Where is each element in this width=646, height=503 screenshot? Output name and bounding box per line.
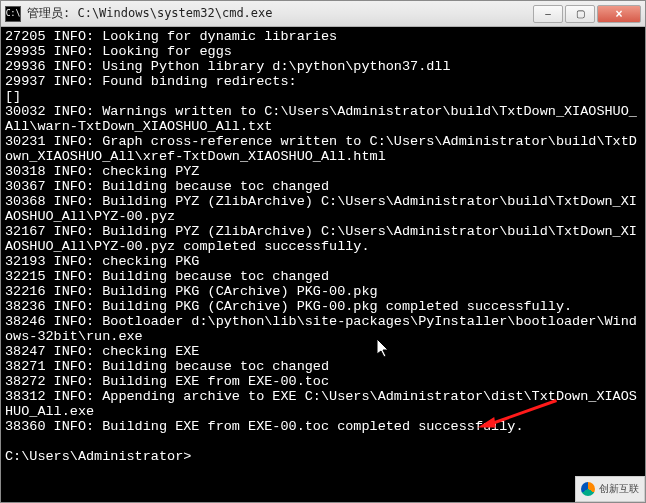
minimize-button[interactable]: – xyxy=(533,5,563,23)
terminal-line: 30367 INFO: Building because toc changed xyxy=(5,179,641,194)
watermark-text: 创新互联 xyxy=(599,482,639,496)
terminal-line: 30032 INFO: Warnings written to C:\Users… xyxy=(5,104,641,134)
close-button[interactable]: × xyxy=(597,5,641,23)
titlebar[interactable]: C:\ 管理员: C:\Windows\system32\cmd.exe – ▢… xyxy=(1,1,645,27)
maximize-button[interactable]: ▢ xyxy=(565,5,595,23)
terminal-line: 29935 INFO: Looking for eggs xyxy=(5,44,641,59)
terminal-line: 38271 INFO: Building because toc changed xyxy=(5,359,641,374)
terminal-line: 30368 INFO: Building PYZ (ZlibArchive) C… xyxy=(5,194,641,224)
terminal-line: 30318 INFO: checking PYZ xyxy=(5,164,641,179)
terminal-line: 38246 INFO: Bootloader d:\python\lib\sit… xyxy=(5,314,641,344)
watermark-badge: 创新互联 xyxy=(575,476,645,502)
terminal-line: 38360 INFO: Building EXE from EXE-00.toc… xyxy=(5,419,641,434)
window-controls: – ▢ × xyxy=(531,5,641,23)
terminal-line: 32193 INFO: checking PKG xyxy=(5,254,641,269)
terminal-line: 29936 INFO: Using Python library d:\pyth… xyxy=(5,59,641,74)
cmd-window: C:\ 管理员: C:\Windows\system32\cmd.exe – ▢… xyxy=(0,0,646,503)
window-title: 管理员: C:\Windows\system32\cmd.exe xyxy=(27,5,531,22)
terminal-output[interactable]: 27205 INFO: Looking for dynamic librarie… xyxy=(1,27,645,502)
cmd-icon: C:\ xyxy=(5,6,21,22)
terminal-line: 30231 INFO: Graph cross-reference writte… xyxy=(5,134,641,164)
terminal-line: 32215 INFO: Building because toc changed xyxy=(5,269,641,284)
terminal-line: [] xyxy=(5,89,641,104)
terminal-line: 38312 INFO: Appending archive to EXE C:\… xyxy=(5,389,641,419)
cmd-icon-label: C:\ xyxy=(6,9,20,18)
terminal-line: 38272 INFO: Building EXE from EXE-00.toc xyxy=(5,374,641,389)
terminal-line: 32216 INFO: Building PKG (CArchive) PKG-… xyxy=(5,284,641,299)
terminal-line: 38236 INFO: Building PKG (CArchive) PKG-… xyxy=(5,299,641,314)
watermark-logo-icon xyxy=(581,482,595,496)
terminal-line: 27205 INFO: Looking for dynamic librarie… xyxy=(5,29,641,44)
terminal-line: 38247 INFO: checking EXE xyxy=(5,344,641,359)
terminal-line: 32167 INFO: Building PYZ (ZlibArchive) C… xyxy=(5,224,641,254)
terminal-line: C:\Users\Administrator> xyxy=(5,449,641,464)
terminal-line: 29937 INFO: Found binding redirects: xyxy=(5,74,641,89)
